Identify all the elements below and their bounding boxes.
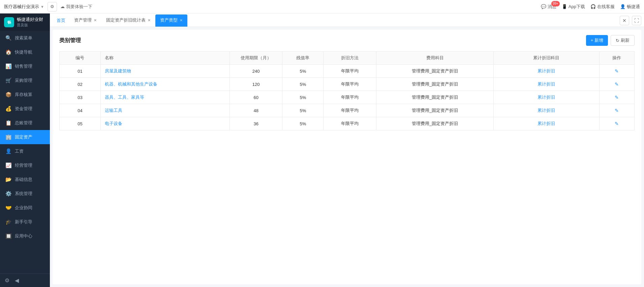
cell-period: 36: [229, 117, 282, 130]
name-link[interactable]: 机器、机械和其他生产设备: [105, 82, 157, 87]
sidebar-item-operations[interactable]: 📈 经营管理: [0, 158, 50, 172]
name-link[interactable]: 运输工具: [105, 108, 122, 113]
tab-depreciation-report-label: 固定资产折旧统计表: [106, 17, 146, 23]
edit-button[interactable]: ✎: [615, 82, 619, 87]
cell-code: 03: [60, 91, 101, 104]
cell-action: ✎: [599, 117, 635, 130]
top-bar: 医疗器械行业演示 ▼ ⚙ ☁ 我要体验一下 💬 消息 99+ 📱 App下载 🎧…: [0, 0, 644, 13]
tab-close-button[interactable]: ✕: [620, 16, 629, 25]
refresh-button[interactable]: ↻ 刷新: [611, 35, 635, 46]
sidebar-item-inventory[interactable]: 📦 库存核算: [0, 88, 50, 102]
sidebar-settings-button[interactable]: ⚙: [5, 277, 9, 284]
message-icon: 💬: [541, 4, 546, 9]
page-header: 类别管理 + 新增 ↻ 刷新: [59, 35, 635, 46]
th-name: 名称: [100, 52, 229, 65]
cell-method: 年限平均: [324, 78, 376, 91]
demo-name: 医疗器械行业演示: [4, 4, 39, 10]
cell-expense: 管理费用_固定资产折旧: [376, 78, 494, 91]
sidebar-item-fixed-assets[interactable]: 🏢 固定资产: [0, 130, 50, 144]
tab-home[interactable]: 首页: [53, 14, 69, 27]
tab-asset-type[interactable]: 资产类型 ✕: [155, 14, 187, 27]
sidebar-item-ledger[interactable]: 📋 总账管理: [0, 116, 50, 130]
logo-icon: 畅: [4, 17, 14, 27]
sidebar-item-coop[interactable]: 🤝 企业协同: [0, 201, 50, 215]
top-bar-left: 医疗器械行业演示 ▼ ⚙ ☁ 我要体验一下: [4, 2, 92, 11]
cell-accum: 累计折旧: [494, 78, 599, 91]
sidebar-item-label: 快捷导航: [15, 49, 32, 55]
content-area: 首页 资产管理 ✕ 固定资产折旧统计表 ✕ 资产类型 ✕ ✕ ⛶: [50, 13, 644, 287]
app-download-label: App下载: [569, 4, 585, 10]
message-button[interactable]: 💬 消息 99+: [541, 4, 556, 10]
app-center-icon: 🔲: [5, 233, 11, 239]
demo-selector[interactable]: 医疗器械行业演示 ▼: [4, 4, 44, 10]
tab-depreciation-report-close[interactable]: ✕: [148, 18, 151, 23]
name-link[interactable]: 房屋及建筑物: [105, 68, 131, 73]
th-method: 折旧方法: [324, 52, 376, 65]
edit-button[interactable]: ✎: [615, 121, 619, 126]
accum-link[interactable]: 累计折旧: [538, 82, 555, 87]
operations-icon: 📈: [5, 162, 11, 168]
sidebar-item-sales[interactable]: 📊 销售管理: [0, 59, 50, 73]
sidebar-item-system[interactable]: ⚙️ 系统管理: [0, 187, 50, 201]
sidebar-item-base-info[interactable]: 📂 基础信息: [0, 172, 50, 187]
cell-action: ✎: [599, 104, 635, 117]
settings-gear-button[interactable]: ⚙: [48, 2, 57, 11]
tab-expand-button[interactable]: ⛶: [632, 16, 641, 25]
cell-method: 年限平均: [324, 91, 376, 104]
online-service-label: 在线客服: [597, 4, 615, 10]
online-service-button[interactable]: 🎧 在线客服: [590, 4, 615, 10]
sidebar-collapse-button[interactable]: ◀: [15, 277, 19, 284]
tab-asset-mgmt-close[interactable]: ✕: [94, 18, 97, 23]
accum-link[interactable]: 累计折旧: [538, 68, 555, 73]
accum-link[interactable]: 累计折旧: [538, 95, 555, 100]
inventory-icon: 📦: [5, 92, 11, 98]
new-button[interactable]: + 新增: [586, 35, 608, 46]
tab-asset-mgmt[interactable]: 资产管理 ✕: [69, 14, 101, 27]
table-row: 01 房屋及建筑物 240 5% 年限平均 管理费用_固定资产折旧 累计折旧 ✎: [60, 65, 635, 78]
guide-icon: 🎓: [5, 219, 11, 225]
cell-code: 02: [60, 78, 101, 91]
cell-method: 年限平均: [324, 117, 376, 130]
sidebar-item-app-center[interactable]: 🔲 应用中心: [0, 229, 50, 243]
tab-asset-type-close[interactable]: ✕: [180, 18, 183, 23]
sidebar-bottom: ⚙ ◀: [0, 274, 50, 287]
table-row: 04 运输工具 48 5% 年限平均 管理费用_固定资产折旧 累计折旧 ✎: [60, 104, 635, 117]
cell-accum: 累计折旧: [494, 104, 599, 117]
edit-button[interactable]: ✎: [615, 68, 619, 74]
sidebar-item-quick-nav[interactable]: 🏠 快捷导航: [0, 45, 50, 59]
sales-icon: 📊: [5, 63, 11, 69]
cell-period: 240: [229, 65, 282, 78]
edit-button[interactable]: ✎: [615, 95, 619, 100]
app-download-button[interactable]: 📱 App下载: [562, 4, 585, 10]
sidebar-item-guide[interactable]: 🎓 新手引导: [0, 215, 50, 229]
cell-accum: 累计折旧: [494, 65, 599, 78]
cell-residual: 5%: [282, 65, 324, 78]
app-edition: 普及版: [17, 23, 43, 27]
sidebar-item-label: 系统管理: [15, 191, 32, 197]
tab-asset-mgmt-label: 资产管理: [74, 17, 92, 23]
sidebar-item-capital[interactable]: 💰 资金管理: [0, 102, 50, 116]
name-link[interactable]: 器具、工具、家具等: [105, 95, 144, 100]
tab-depreciation-report[interactable]: 固定资产折旧统计表 ✕: [101, 14, 155, 27]
experience-button[interactable]: ☁ 我要体验一下: [60, 4, 92, 10]
user-button[interactable]: 👤 畅捷通: [620, 4, 640, 10]
sidebar-item-purchase[interactable]: 🛒 采购管理: [0, 73, 50, 88]
fixed-assets-icon: 🏢: [5, 134, 11, 140]
th-accum: 累计折旧科目: [494, 52, 599, 65]
name-link[interactable]: 电子设备: [105, 121, 122, 126]
sidebar-item-label: 工资: [15, 148, 24, 154]
search-icon: 🔍: [5, 35, 11, 41]
cell-period: 60: [229, 91, 282, 104]
sidebar-item-payroll[interactable]: 👤 工资: [0, 144, 50, 158]
th-code: 编号: [60, 52, 101, 65]
cell-name: 房屋及建筑物: [100, 65, 229, 78]
capital-icon: 💰: [5, 106, 11, 112]
edit-button[interactable]: ✎: [615, 108, 619, 113]
page-content: 类别管理 + 新增 ↻ 刷新 编号 名称 使用期限（月） 残值率: [53, 30, 641, 284]
cell-expense: 管理费用_固定资产折旧: [376, 104, 494, 117]
cell-name: 运输工具: [100, 104, 229, 117]
cell-expense: 管理费用_固定资产折旧: [376, 91, 494, 104]
accum-link[interactable]: 累计折旧: [538, 108, 555, 113]
sidebar-item-search[interactable]: 🔍 搜索菜单: [0, 31, 50, 45]
accum-link[interactable]: 累计折旧: [538, 121, 555, 126]
